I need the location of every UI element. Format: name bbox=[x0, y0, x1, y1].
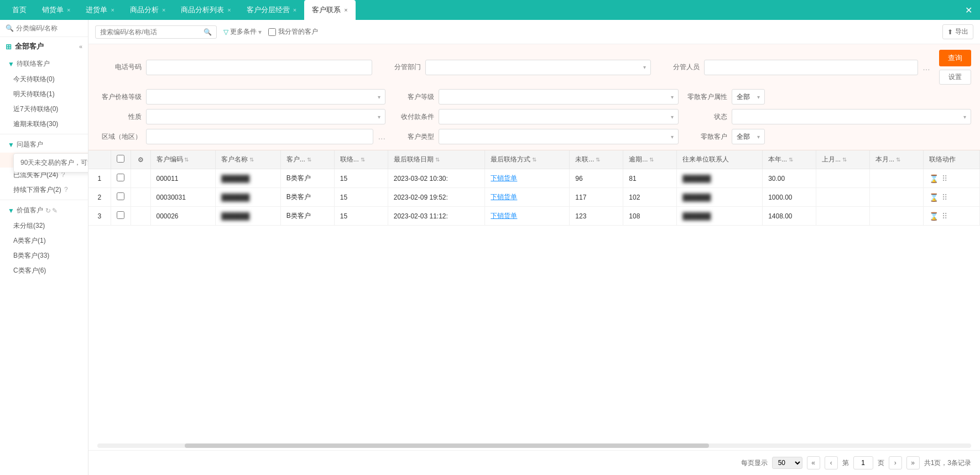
row-checkbox-cell[interactable] bbox=[111, 169, 131, 188]
contact-icon[interactable]: ⌛ bbox=[929, 212, 939, 221]
th-cust-type[interactable]: 客户... bbox=[280, 150, 334, 169]
close-icon[interactable]: × bbox=[344, 7, 347, 13]
retail-attr-select[interactable]: 全部 ▾ bbox=[732, 89, 765, 105]
tab-product-analysis[interactable]: 商品分析 × bbox=[122, 0, 173, 20]
th-last-contact-method[interactable]: 最后联络方式 bbox=[485, 150, 570, 169]
sidebar-group-pending-contact[interactable]: ▼ 待联络客户 bbox=[0, 56, 88, 72]
retail-cust-select[interactable]: 全部 ▾ bbox=[732, 129, 765, 144]
setting-button[interactable]: 设置 bbox=[939, 70, 971, 85]
export-button[interactable]: ⬆ 导出 bbox=[942, 24, 973, 39]
close-icon[interactable]: × bbox=[293, 7, 296, 13]
sidebar-item-a-class[interactable]: A类客户(1) bbox=[0, 233, 88, 248]
manager-input[interactable] bbox=[704, 60, 918, 75]
price-level-select[interactable]: ▾ bbox=[146, 89, 385, 105]
tab-home[interactable]: 首页 bbox=[4, 0, 34, 20]
my-customers-check[interactable] bbox=[268, 28, 276, 36]
sidebar-item-c-class[interactable]: C类客户(6) bbox=[0, 263, 88, 278]
row-checkbox-cell[interactable] bbox=[111, 188, 131, 207]
th-cust-name[interactable]: 客户名称 bbox=[216, 150, 281, 169]
status-select[interactable]: ▾ bbox=[732, 109, 971, 124]
th-last-contact-date[interactable]: 最后联络日期 bbox=[388, 150, 485, 169]
close-icon[interactable]: × bbox=[227, 7, 231, 13]
nature-select[interactable]: ▾ bbox=[146, 109, 385, 124]
more-icon[interactable]: ⠿ bbox=[942, 174, 947, 183]
th-last-month[interactable]: 上月... bbox=[816, 150, 870, 169]
row-last-contact-method[interactable]: 下销货单 bbox=[485, 207, 570, 226]
th-contact[interactable]: 联络... bbox=[334, 150, 388, 169]
contact-method-link[interactable]: 下销货单 bbox=[491, 193, 517, 201]
dept-select[interactable]: ▾ bbox=[425, 60, 651, 75]
filter-search-icon[interactable]: 🔍 bbox=[204, 28, 212, 36]
sidebar-search-input[interactable] bbox=[16, 24, 88, 32]
advanced-filter-panel: 电话号码 分管部门 ▾ 分管人员 … 查询 设置 bbox=[88, 44, 980, 150]
question-icon-2: ? bbox=[64, 186, 68, 194]
more-icon[interactable]: ⠿ bbox=[942, 212, 947, 221]
sidebar-item-today-pending[interactable]: 今天待联络(0) bbox=[0, 72, 88, 87]
close-all-tabs[interactable]: ✕ bbox=[962, 5, 976, 15]
page-size-select[interactable]: 50 20 100 bbox=[772, 457, 802, 469]
sidebar-search-box[interactable]: 🔍 bbox=[0, 20, 88, 37]
cust-type-select[interactable]: ▾ bbox=[439, 129, 678, 144]
scrollbar-thumb[interactable] bbox=[185, 443, 709, 448]
contact-icon[interactable]: ⌛ bbox=[929, 174, 939, 183]
tab-customer-segmentation[interactable]: 客户分层经营 × bbox=[239, 0, 304, 20]
th-num bbox=[88, 150, 111, 169]
row-checkbox[interactable] bbox=[117, 174, 124, 181]
region-dots[interactable]: … bbox=[378, 132, 385, 141]
row-checkbox-cell[interactable] bbox=[111, 207, 131, 226]
close-icon[interactable]: × bbox=[111, 7, 114, 13]
sidebar-group-problem-customers[interactable]: ▼ 问题客户 bbox=[0, 137, 88, 153]
last-page-btn[interactable]: » bbox=[906, 456, 920, 469]
row-checkbox[interactable] bbox=[117, 192, 124, 200]
first-page-btn[interactable]: « bbox=[807, 456, 820, 469]
manager-dots[interactable]: … bbox=[922, 63, 930, 72]
edit-icon[interactable]: ✎ bbox=[52, 207, 58, 215]
phone-input[interactable] bbox=[146, 60, 372, 75]
filter-search-input[interactable] bbox=[100, 28, 204, 36]
horizontal-scrollbar[interactable] bbox=[97, 443, 971, 448]
sidebar-item-declining[interactable]: 持续下滑客户(2) ? bbox=[0, 182, 88, 197]
close-icon[interactable]: × bbox=[67, 7, 70, 13]
row-last-contact-method[interactable]: 下销货单 bbox=[485, 169, 570, 188]
th-overdue[interactable]: 逾期... bbox=[623, 150, 677, 169]
row-cust-code: 00030031 bbox=[150, 188, 216, 207]
contact-method-link[interactable]: 下销货单 bbox=[491, 212, 517, 220]
close-icon[interactable]: × bbox=[162, 7, 165, 13]
row-last-contact-method[interactable]: 下销货单 bbox=[485, 188, 570, 207]
th-uncontacted[interactable]: 未联... bbox=[570, 150, 623, 169]
th-checkbox[interactable] bbox=[111, 150, 131, 169]
prev-page-btn[interactable]: ‹ bbox=[825, 456, 838, 469]
more-conditions-btn[interactable]: ▽ 更多条件 ▾ bbox=[223, 27, 262, 36]
sidebar-item-overdue-uncontacted[interactable]: 逾期未联络(30) bbox=[0, 117, 88, 132]
payment-select[interactable]: ▾ bbox=[439, 109, 678, 124]
tab-sales-order[interactable]: 销货单 × bbox=[34, 0, 78, 20]
sidebar-group-value-customers[interactable]: ▼ 价值客户 ↻ ✎ bbox=[0, 202, 88, 218]
tab-customer-contact[interactable]: 客户联系 × bbox=[304, 0, 355, 20]
contact-method-link[interactable]: 下销货单 bbox=[491, 174, 517, 182]
tab-purchase-order[interactable]: 进货单 × bbox=[78, 0, 122, 20]
sidebar-item-b-class[interactable]: B类客户(33) bbox=[0, 248, 88, 263]
th-cust-code[interactable]: 客户编码 bbox=[150, 150, 216, 169]
sidebar-item-tomorrow-pending[interactable]: 明天待联络(1) bbox=[0, 87, 88, 102]
th-this-month[interactable]: 本月... bbox=[870, 150, 924, 169]
tab-product-analysis-list[interactable]: 商品分析列表 × bbox=[173, 0, 238, 20]
sidebar-item-week-pending[interactable]: 近7天待联络(0) bbox=[0, 102, 88, 117]
sidebar-all-customers[interactable]: ⊞ 全部客户 « bbox=[0, 37, 88, 56]
cust-level-select[interactable]: ▾ bbox=[439, 89, 678, 105]
sidebar-item-ungrouped[interactable]: 未分组(32) bbox=[0, 218, 88, 233]
th-settings[interactable]: ⚙ bbox=[131, 150, 150, 169]
refresh-icon[interactable]: ↻ bbox=[45, 207, 51, 215]
my-customers-checkbox[interactable]: 我分管的客户 bbox=[268, 27, 318, 36]
region-input[interactable] bbox=[146, 129, 373, 144]
next-page-btn[interactable]: › bbox=[889, 456, 902, 469]
content-area: 🔍 ▽ 更多条件 ▾ 我分管的客户 ⬆ 导出 电话号码 bbox=[88, 20, 980, 475]
query-button[interactable]: 查询 bbox=[939, 50, 971, 66]
th-this-year[interactable]: 本年... bbox=[763, 150, 816, 169]
more-icon[interactable]: ⠿ bbox=[942, 193, 947, 202]
filter-search-box[interactable]: 🔍 bbox=[95, 25, 217, 39]
row-checkbox[interactable] bbox=[117, 211, 124, 219]
row-last-month bbox=[816, 207, 870, 226]
select-all-checkbox[interactable] bbox=[117, 155, 124, 163]
contact-icon[interactable]: ⌛ bbox=[929, 193, 939, 202]
page-number-input[interactable] bbox=[853, 456, 873, 469]
